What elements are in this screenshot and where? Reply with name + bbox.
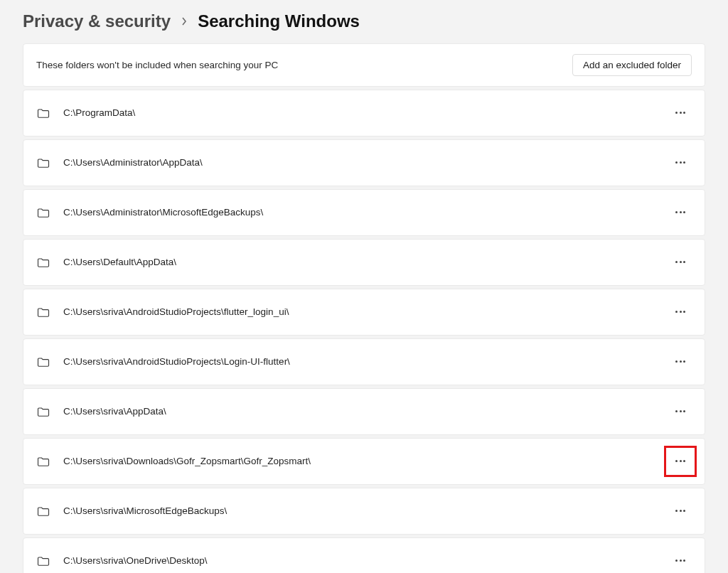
more-button-wrap — [669, 451, 692, 472]
folder-path: C:\Users\Default\AppData\ — [63, 257, 656, 267]
more-options-button[interactable] — [670, 356, 691, 367]
folder-path: C:\Users\sriva\OneDrive\Desktop\ — [63, 555, 656, 566]
excluded-folder-row: C:\Users\sriva\Downloads\Gofr_Zopsmart\G… — [23, 438, 705, 485]
more-button-wrap — [669, 301, 692, 323]
folder-path: C:\Users\sriva\Downloads\Gofr_Zopsmart\G… — [63, 456, 656, 466]
more-options-button[interactable] — [670, 207, 691, 218]
more-options-button[interactable] — [670, 555, 691, 566]
folder-icon — [36, 405, 50, 419]
excluded-header-panel: These folders won't be included when sea… — [23, 43, 705, 87]
more-options-button[interactable] — [670, 306, 691, 317]
folder-path: C:\ProgramData\ — [63, 107, 656, 118]
chevron-right-icon — [181, 15, 188, 28]
more-options-button[interactable] — [670, 157, 691, 168]
more-horizontal-icon — [675, 211, 685, 213]
folder-path: C:\Users\sriva\AndroidStudioProjects\flu… — [63, 306, 656, 317]
more-horizontal-icon — [675, 559, 685, 562]
more-options-button[interactable] — [670, 456, 691, 466]
more-horizontal-icon — [675, 261, 685, 263]
folder-icon — [36, 554, 50, 568]
more-horizontal-icon — [675, 410, 685, 412]
more-button-wrap — [669, 550, 692, 572]
folder-icon — [36, 255, 50, 269]
more-options-button[interactable] — [670, 107, 691, 118]
folder-path: C:\Users\Administrator\AppData\ — [63, 157, 656, 168]
folder-path: C:\Users\Administrator\MicrosoftEdgeBack… — [63, 207, 656, 218]
more-horizontal-icon — [675, 460, 685, 462]
excluded-folder-row: C:\Users\Default\AppData\ — [23, 239, 705, 286]
more-button-wrap — [669, 351, 692, 373]
excluded-folder-row: C:\Users\sriva\MicrosoftEdgeBackups\ — [23, 488, 705, 535]
folder-icon — [36, 205, 50, 220]
more-button-wrap — [669, 202, 692, 223]
excluded-folder-row: C:\Users\Administrator\MicrosoftEdgeBack… — [23, 189, 705, 236]
folder-path: C:\Users\sriva\AndroidStudioProjects\Log… — [63, 356, 656, 367]
more-button-wrap — [669, 102, 692, 124]
more-horizontal-icon — [675, 510, 685, 512]
excluded-folder-row: C:\Users\Administrator\AppData\ — [23, 139, 705, 186]
breadcrumb-parent[interactable]: Privacy & security — [23, 11, 171, 32]
folder-icon — [36, 454, 50, 468]
excluded-description: These folders won't be included when sea… — [36, 60, 278, 70]
more-button-wrap — [669, 500, 692, 522]
excluded-folder-row: C:\Users\sriva\OneDrive\Desktop\ — [23, 537, 705, 573]
more-horizontal-icon — [675, 311, 685, 313]
folder-icon — [36, 106, 50, 120]
folder-icon — [36, 355, 50, 369]
folder-icon — [36, 156, 50, 170]
more-button-wrap — [669, 152, 692, 173]
folder-icon — [36, 504, 50, 518]
more-options-button[interactable] — [670, 505, 691, 516]
add-excluded-folder-button[interactable]: Add an excluded folder — [572, 54, 692, 76]
excluded-folder-row: C:\Users\sriva\AppData\ — [23, 388, 705, 435]
more-button-wrap — [669, 401, 692, 422]
more-horizontal-icon — [675, 112, 685, 114]
breadcrumb: Privacy & security Searching Windows — [23, 11, 705, 32]
folder-icon — [36, 305, 50, 319]
more-horizontal-icon — [675, 161, 685, 164]
more-options-button[interactable] — [670, 257, 691, 267]
breadcrumb-current: Searching Windows — [198, 11, 360, 32]
more-options-button[interactable] — [670, 406, 691, 417]
excluded-folder-row: C:\Users\sriva\AndroidStudioProjects\flu… — [23, 289, 705, 336]
folder-path: C:\Users\sriva\AppData\ — [63, 406, 656, 417]
more-horizontal-icon — [675, 360, 685, 363]
excluded-folder-row: C:\ProgramData\ — [23, 90, 705, 136]
folder-path: C:\Users\sriva\MicrosoftEdgeBackups\ — [63, 505, 656, 516]
excluded-folder-row: C:\Users\sriva\AndroidStudioProjects\Log… — [23, 338, 705, 385]
more-button-wrap — [669, 252, 692, 273]
